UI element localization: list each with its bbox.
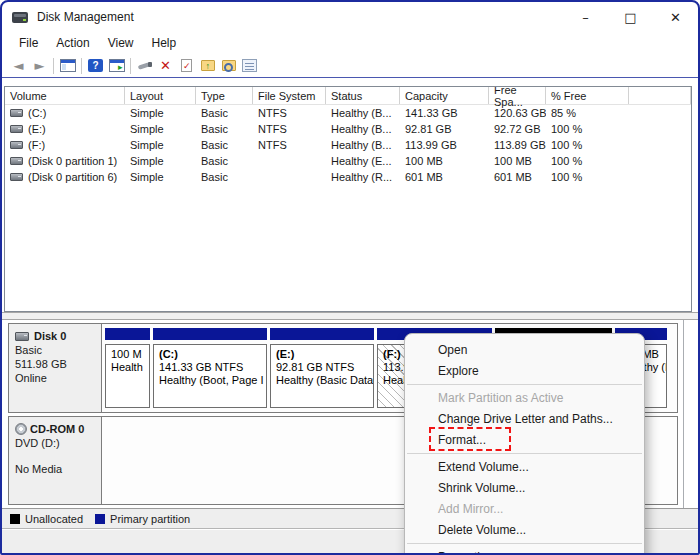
cell-text: (E:) (28, 123, 46, 135)
column-header-2[interactable]: Type (196, 87, 253, 104)
partition-strip-1 (153, 328, 267, 340)
cell-free_space: 100 MB (489, 155, 546, 167)
cell-capacity: 113.99 GB (400, 139, 489, 151)
folder-up-icon (201, 60, 215, 71)
cell-layout: Simple (125, 171, 196, 183)
toolbar-separator (81, 58, 82, 74)
action-pane-button[interactable] (106, 56, 127, 76)
table-row[interactable]: (Disk 0 partition 6)SimpleBasicHealthy (… (5, 169, 691, 185)
back-icon: ◄ (14, 59, 24, 72)
cell-status: Healthy (B... (326, 139, 400, 151)
legend-item-1: Primary partition (95, 513, 190, 525)
table-row[interactable]: (Disk 0 partition 1)SimpleBasicHealthy (… (5, 153, 691, 169)
menu-item-delete-volume[interactable]: Delete Volume... (405, 520, 644, 541)
disk0-type: Basic (15, 343, 97, 357)
cell-text: Healthy (E... (331, 155, 392, 167)
column-header-filler (629, 87, 691, 104)
maximize-button[interactable]: □ (608, 2, 653, 32)
partition-block-2[interactable]: (E:)92.81 GB NTFSHealthy (Basic Data (270, 344, 374, 408)
column-header-1[interactable]: Layout (125, 87, 196, 104)
volume-icon (10, 173, 23, 181)
menu-item-shrink-volume[interactable]: Shrink Volume... (405, 478, 644, 499)
table-row[interactable]: (E:)SimpleBasicNTFSHealthy (B...92.81 GB… (5, 121, 691, 137)
cell-type: Basic (196, 107, 253, 119)
table-header: VolumeLayoutTypeFile SystemStatusCapacit… (5, 87, 691, 105)
volume-icon (10, 109, 23, 117)
cell-text: Healthy (R... (331, 171, 392, 183)
cell-text: 100 % (551, 123, 582, 135)
close-button[interactable]: ✕ (653, 2, 698, 32)
cell-text: Basic (201, 155, 228, 167)
cell-text: Healthy (B... (331, 139, 392, 151)
table-row[interactable]: (C:)SimpleBasicNTFSHealthy (B...141.33 G… (5, 105, 691, 121)
help-button[interactable]: ? (85, 56, 106, 76)
partition-block-0[interactable]: 100 MHealth (105, 344, 150, 408)
column-header-6[interactable]: Free Spa... (489, 87, 546, 104)
folder-up-button[interactable] (197, 56, 218, 76)
cell-file_system: NTFS (253, 123, 326, 135)
folder-search-icon (222, 60, 236, 71)
cell-text: Basic (201, 139, 228, 151)
disk0-info[interactable]: Disk 0 Basic 511.98 GB Online (9, 324, 102, 412)
details-icon (242, 59, 257, 72)
menu-item-open[interactable]: Open (405, 340, 644, 361)
cell-type: Basic (196, 155, 253, 167)
cell-capacity: 601 MB (400, 171, 489, 183)
column-header-0[interactable]: Volume (5, 87, 125, 104)
cell-capacity: 100 MB (400, 155, 489, 167)
partition-strip-0 (105, 328, 150, 340)
legend-item-0: Unallocated (10, 513, 83, 525)
console-tree-button[interactable] (57, 56, 78, 76)
menu-view[interactable]: View (99, 34, 143, 52)
partition-block-1[interactable]: (C:)141.33 GB NTFSHealthy (Boot, Page I (153, 344, 267, 408)
menu-item-properties[interactable]: Properties (405, 547, 644, 555)
cell-text: Simple (130, 139, 164, 151)
tool-button[interactable] (134, 56, 155, 76)
cell-text: 92.81 GB (405, 123, 451, 135)
check-disk-button[interactable] (176, 56, 197, 76)
legend-label: Primary partition (110, 513, 190, 525)
cell-free_space: 601 MB (489, 171, 546, 183)
delete-button[interactable]: ✕ (155, 56, 176, 76)
cell-text: Basic (201, 107, 228, 119)
cell-type: Basic (196, 123, 253, 135)
cell-volume: (Disk 0 partition 6) (5, 171, 125, 183)
cell-text: (Disk 0 partition 6) (28, 171, 117, 183)
forward-button[interactable]: ► (29, 56, 50, 76)
cell-text: Simple (130, 171, 164, 183)
cdrom-info[interactable]: CD-ROM 0 DVD (D:) No Media (9, 417, 102, 504)
cell-text: 601 MB (405, 171, 443, 183)
column-header-7[interactable]: % Free (546, 87, 629, 104)
cell-pct_free: 100 % (546, 123, 629, 135)
cell-text: Healthy (B... (331, 107, 392, 119)
menu-item-extend-volume[interactable]: Extend Volume... (405, 457, 644, 478)
cell-text: 92.72 GB (494, 123, 540, 135)
details-button[interactable] (239, 56, 260, 76)
folder-search-button[interactable] (218, 56, 239, 76)
back-button[interactable]: ◄ (8, 56, 29, 76)
cell-text: (Disk 0 partition 1) (28, 155, 117, 167)
table-row[interactable]: (F:)SimpleBasicNTFSHealthy (B...113.99 G… (5, 137, 691, 153)
minimize-button[interactable]: – (563, 2, 608, 32)
column-header-4[interactable]: Status (326, 87, 400, 104)
volume-icon (10, 125, 23, 133)
menu-file[interactable]: File (10, 34, 47, 52)
cell-text: 141.33 GB (405, 107, 458, 119)
toolbar-separator (53, 58, 54, 74)
cell-text: 100 MB (494, 155, 532, 167)
console-tree-icon (60, 59, 76, 72)
menu-action[interactable]: Action (47, 34, 98, 52)
column-header-5[interactable]: Capacity (400, 87, 489, 104)
partition-title: (E:) (276, 348, 373, 361)
menu-item-format[interactable]: Format... (405, 430, 644, 451)
menu-help[interactable]: Help (143, 34, 186, 52)
titlebar: Disk Management – □ ✕ (2, 2, 698, 32)
menu-item-explore[interactable]: Explore (405, 361, 644, 382)
splitter[interactable] (2, 312, 698, 320)
column-header-3[interactable]: File System (253, 87, 326, 104)
cell-status: Healthy (B... (326, 123, 400, 135)
help-icon: ? (88, 59, 103, 72)
window-controls: – □ ✕ (563, 2, 698, 32)
menu-item-change-drive-letter-and-paths[interactable]: Change Drive Letter and Paths... (405, 409, 644, 430)
cell-free_space: 113.89 GB (489, 139, 546, 151)
